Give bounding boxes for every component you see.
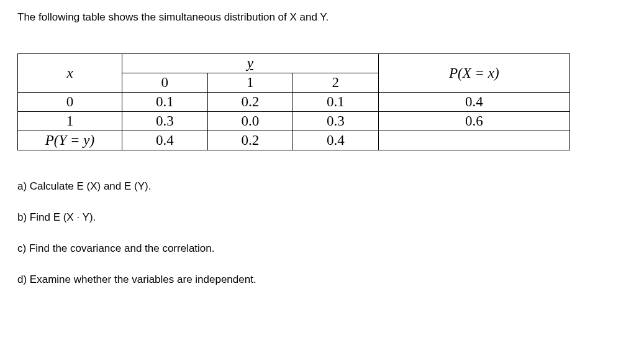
question-b: b) Find E (X · Y).: [17, 211, 627, 224]
cell: 0.1: [293, 93, 379, 112]
x-header: x: [18, 54, 122, 93]
joint-distribution-table: x y P(X = x) 0 1 2 0 0.1 0.2 0.1 0.4 1 0…: [17, 53, 570, 150]
cell: 0.0: [207, 112, 293, 131]
table-row: 1 0.3 0.0 0.3 0.6: [18, 112, 570, 131]
x-value: 0: [18, 93, 122, 112]
table-row: 0 0.1 0.2 0.1 0.4: [18, 93, 570, 112]
py-value: 0.4: [293, 131, 379, 150]
y-header: y: [122, 54, 379, 73]
y-value-0: 0: [122, 73, 208, 93]
x-value: 1: [18, 112, 122, 131]
py-value: 0.2: [207, 131, 293, 150]
py-label: P(Y = y): [18, 131, 122, 150]
cell: 0.2: [207, 93, 293, 112]
question-c: c) Find the covariance and the correlati…: [17, 242, 627, 255]
py-value: 0.4: [122, 131, 208, 150]
questions-block: a) Calculate E (X) and E (Y). b) Find E …: [17, 180, 627, 286]
px-value: 0.4: [378, 93, 570, 112]
px-label-text: P(X = x): [449, 65, 499, 81]
table-row-py: P(Y = y) 0.4 0.2 0.4: [18, 131, 570, 150]
cell: 0.3: [122, 112, 208, 131]
px-label: P(X = x): [378, 54, 570, 93]
cell: 0.1: [122, 93, 208, 112]
py-label-text: P(Y = y): [45, 132, 94, 148]
intro-text: The following table shows the simultaneo…: [17, 11, 627, 24]
y-value-1: 1: [207, 73, 293, 93]
cell: 0.3: [293, 112, 379, 131]
empty-cell: [378, 131, 570, 150]
px-value: 0.6: [378, 112, 570, 131]
question-a: a) Calculate E (X) and E (Y).: [17, 180, 627, 193]
y-value-2: 2: [293, 73, 379, 93]
question-d: d) Examine whether the variables are ind…: [17, 273, 627, 286]
